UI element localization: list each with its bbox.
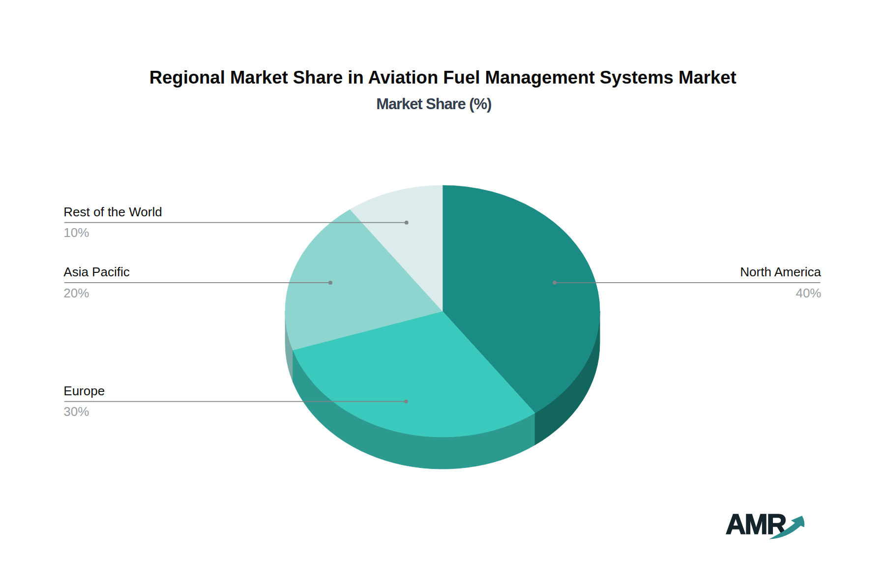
svg-text:20%: 20%: [63, 286, 89, 300]
svg-text:Market Share (%): Market Share (%): [376, 95, 491, 113]
svg-text:Asia Pacific: Asia Pacific: [63, 265, 129, 279]
svg-text:10%: 10%: [63, 225, 89, 240]
svg-text:North America: North America: [740, 265, 821, 279]
svg-text:30%: 30%: [63, 404, 89, 419]
svg-text:Regional Market Share in Aviat: Regional Market Share in Aviation Fuel M…: [149, 67, 737, 88]
svg-text:Europe: Europe: [63, 383, 105, 398]
svg-text:40%: 40%: [796, 286, 821, 300]
svg-text:Rest of the World: Rest of the World: [63, 205, 162, 219]
